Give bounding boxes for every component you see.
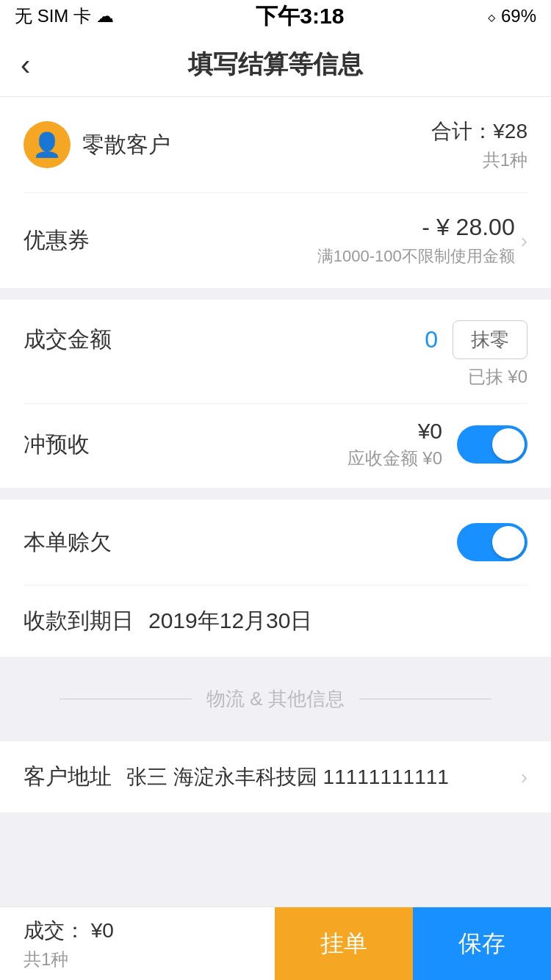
status-left: 无 SIM 卡 ☁ [15, 4, 114, 28]
amount-label: 成交金额 [24, 325, 112, 355]
customer-row: 👤 零散客户 合计：¥28 共1种 [0, 97, 551, 192]
coupon-row[interactable]: 优惠券 - ¥ 28.00 满1000-100不限制使用金额 › [0, 193, 551, 288]
toggle-knob [492, 428, 525, 461]
page-title: 填写结算等信息 [188, 48, 363, 82]
debit-label: 本单赊欠 [24, 527, 112, 558]
coupon-desc: 满1000-100不限制使用金额 [317, 245, 515, 267]
status-bar: 无 SIM 卡 ☁ 下午3:18 ⬦ 69% [0, 0, 551, 32]
person-icon: 👤 [32, 131, 62, 159]
customer-section: 👤 零散客户 合计：¥28 共1种 优惠券 - ¥ 28.00 满1000-10… [0, 97, 551, 288]
battery-icon: ⬦ [486, 6, 497, 26]
coupon-right: - ¥ 28.00 满1000-100不限制使用金额 [317, 214, 515, 267]
round-button[interactable]: 抹零 [453, 320, 527, 359]
sim-status: 无 SIM 卡 ☁ [15, 4, 114, 28]
address-label: 客户地址 [24, 762, 112, 792]
debit-row: 本单赊欠 [24, 500, 527, 585]
bottom-count: 共1种 [24, 948, 251, 971]
deal-label: 成交： [24, 919, 85, 942]
prepay-toggle[interactable] [457, 425, 527, 464]
amount-right: 0 抹零 [425, 320, 527, 359]
address-chevron-icon: › [521, 765, 527, 789]
prepay-receivable: 应收金额 ¥0 [347, 447, 442, 470]
hang-button[interactable]: 挂单 [275, 907, 413, 981]
logistics-divider: 物流 & 其他信息 [0, 686, 551, 712]
logistics-section: 物流 & 其他信息 [0, 669, 551, 729]
chevron-right-icon: › [521, 229, 527, 253]
prepay-values: ¥0 应收金额 ¥0 [347, 419, 442, 470]
debit-toggle[interactable] [457, 523, 527, 561]
amount-sub: 已抹 ¥0 [24, 365, 527, 403]
address-section[interactable]: 客户地址 张三 海淀永丰科技园 11111111111 › [0, 741, 551, 813]
back-button[interactable]: ‹ [21, 50, 30, 79]
battery-level: 69% [501, 6, 536, 26]
customer-right: 合计：¥28 共1种 [431, 118, 527, 172]
debit-section: 本单赊欠 收款到期日 2019年12月30日 [0, 500, 551, 657]
bottom-info: 成交： ¥0 共1种 [0, 917, 275, 971]
nav-bar: ‹ 填写结算等信息 [0, 32, 551, 97]
coupon-label: 优惠券 [24, 226, 90, 256]
address-value: 张三 海淀永丰科技园 11111111111 [126, 763, 521, 791]
duedate-label: 收款到期日 [24, 606, 134, 636]
coupon-right-wrapper: - ¥ 28.00 满1000-100不限制使用金额 › [317, 214, 527, 267]
deal-amount: ¥0 [91, 919, 114, 942]
prepay-row: 冲预收 ¥0 应收金额 ¥0 [24, 403, 527, 488]
amount-row: 成交金额 0 抹零 [24, 300, 527, 365]
amount-value: 0 [425, 326, 438, 353]
total-count: 共1种 [431, 148, 527, 172]
save-button[interactable]: 保存 [413, 907, 551, 981]
prepay-label: 冲预收 [24, 430, 90, 460]
status-right: ⬦ 69% [486, 6, 536, 26]
avatar: 👤 [24, 121, 71, 168]
duedate-row: 收款到期日 2019年12月30日 [24, 585, 527, 657]
amount-section: 成交金额 0 抹零 已抹 ¥0 冲预收 ¥0 应收金额 ¥0 [0, 300, 551, 488]
prepay-amount: ¥0 [347, 419, 442, 444]
debit-toggle-knob [492, 526, 525, 558]
customer-name: 零散客户 [82, 130, 170, 160]
bottom-deal: 成交： ¥0 [24, 917, 251, 945]
bottom-bar: 成交： ¥0 共1种 挂单 保存 [0, 907, 551, 980]
address-row[interactable]: 客户地址 张三 海淀永丰科技园 11111111111 › [24, 741, 527, 813]
customer-left: 👤 零散客户 [24, 121, 170, 168]
logistics-label: 物流 & 其他信息 [206, 686, 345, 712]
total-amount: 合计：¥28 [431, 118, 527, 145]
prepay-right: ¥0 应收金额 ¥0 [347, 419, 527, 470]
duedate-value: 2019年12月30日 [148, 606, 312, 636]
coupon-discount: - ¥ 28.00 [317, 214, 515, 241]
status-time: 下午3:18 [256, 1, 344, 32]
